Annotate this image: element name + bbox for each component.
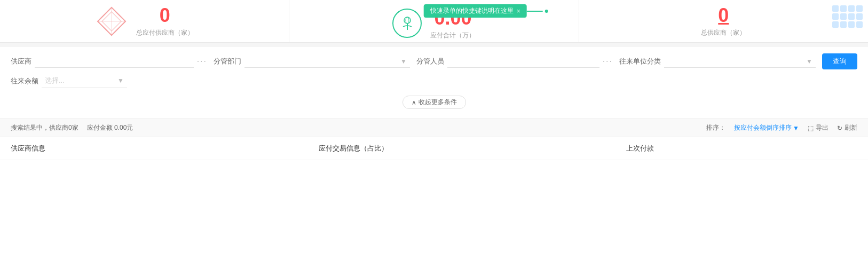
collapse-button-label: 收起更多条件	[419, 98, 457, 107]
unit-class-filter-label: 往来单位分类	[619, 57, 661, 66]
grain-icon	[392, 9, 422, 38]
filter-person: 分管人员 ···	[416, 55, 613, 68]
balance-placeholder: 选择...	[45, 76, 65, 85]
collapse-button[interactable]: ∧ 收起更多条件	[403, 96, 466, 109]
balance-chevron-icon: ▼	[117, 77, 124, 84]
export-icon: ⬚	[808, 124, 814, 132]
department-chevron-icon: ▼	[400, 58, 407, 65]
sort-chevron-icon: ▼	[793, 124, 799, 132]
supplier-count-label: 总应付供应商（家）	[136, 28, 194, 37]
result-info-2: 应付金额 0.00元	[87, 123, 133, 132]
grid-background	[832, 5, 863, 28]
stat-amount: 快速录单的快捷键说明在这里 × 0.00 应付合计（万）	[289, 0, 579, 42]
svg-point-5	[406, 17, 409, 23]
refresh-icon: ↻	[837, 124, 842, 132]
table-header: 供应商信息 应付交易信息（占比） 上次付款	[0, 137, 868, 160]
stats-bar: 0 总应付供应商（家） 快速录单的快捷键说明在这里 × 0.00 应付合计	[0, 0, 868, 43]
amount-label: 应付合计（万）	[430, 31, 475, 40]
filter-bar: 供应商 ··· 分管部门 ▼ 分管人员 ··· 往来单位分类 ▼ 查询	[0, 47, 868, 119]
person-filter-input[interactable]	[447, 55, 599, 68]
result-bar: 搜索结果中，供应商0家 应付金额 0.00元 排序： 按应付会额倒序排序 ▼ ⬚…	[0, 119, 868, 137]
tooltip-text: 快速录单的快捷键说明在这里	[430, 6, 514, 15]
supplier-filter-label: 供应商	[11, 57, 31, 66]
sort-select[interactable]: 按应付会额倒序排序 ▼	[734, 123, 799, 132]
filter-row-1: 供应商 ··· 分管部门 ▼ 分管人员 ··· 往来单位分类 ▼ 查询	[11, 53, 857, 69]
tooltip: 快速录单的快捷键说明在这里 ×	[424, 4, 527, 18]
table-body	[0, 160, 868, 275]
person-filter-label: 分管人员	[416, 57, 444, 66]
department-filter-select[interactable]: ▼	[244, 56, 410, 68]
svg-point-4	[404, 17, 411, 23]
refresh-button[interactable]: ↻ 刷新	[837, 123, 857, 132]
export-label: 导出	[816, 123, 828, 132]
table-col-payment: 上次付款	[626, 144, 857, 153]
table-col-supplier: 供应商信息	[11, 144, 319, 153]
unit-class-filter-select[interactable]: ▼	[664, 56, 816, 68]
query-button[interactable]: 查询	[822, 53, 857, 69]
stat-supplier-count: 0 总应付供应商（家）	[0, 0, 289, 42]
filter-balance: 往来余额 选择... ▼	[11, 74, 127, 88]
tooltip-close-button[interactable]: ×	[517, 7, 520, 15]
stat-total-supplier: 0 总供应商（家）	[579, 0, 868, 42]
balance-filter-label: 往来余额	[11, 76, 38, 86]
department-filter-label: 分管部门	[214, 57, 241, 66]
filter-department: 分管部门 ▼	[214, 56, 410, 68]
result-actions: 排序： 按应付会额倒序排序 ▼ ⬚ 导出 ↻ 刷新	[706, 123, 857, 132]
balance-filter-select[interactable]: 选择... ▼	[42, 74, 127, 88]
supplier-filter-input[interactable]	[35, 55, 194, 68]
filter-row-2: 往来余额 选择... ▼	[11, 74, 857, 88]
unit-class-chevron-icon: ▼	[806, 58, 812, 65]
sort-label: 按应付会额倒序排序	[734, 123, 792, 132]
supplier-dots-button[interactable]: ···	[197, 57, 207, 66]
filter-supplier: 供应商 ···	[11, 55, 207, 68]
collapse-row: ∧ 收起更多条件	[11, 92, 857, 114]
export-button[interactable]: ⬚ 导出	[808, 123, 828, 132]
result-info-1: 搜索结果中，供应商0家	[11, 123, 78, 132]
collapse-up-icon: ∧	[412, 99, 416, 106]
tooltip-dot	[544, 9, 549, 14]
refresh-label: 刷新	[845, 123, 857, 132]
total-supplier-label: 总供应商（家）	[701, 28, 746, 37]
table-col-transaction: 应付交易信息（占比）	[319, 144, 627, 153]
sort-prefix: 排序：	[706, 123, 725, 132]
supplier-count-number: 0	[160, 5, 170, 26]
diamond-logo-icon	[96, 5, 128, 37]
person-dots-button[interactable]: ···	[603, 57, 613, 66]
filter-unit-class: 往来单位分类 ▼	[619, 56, 816, 68]
result-info: 搜索结果中，供应商0家 应付金额 0.00元	[11, 123, 133, 132]
total-supplier-number[interactable]: 0	[718, 5, 729, 26]
